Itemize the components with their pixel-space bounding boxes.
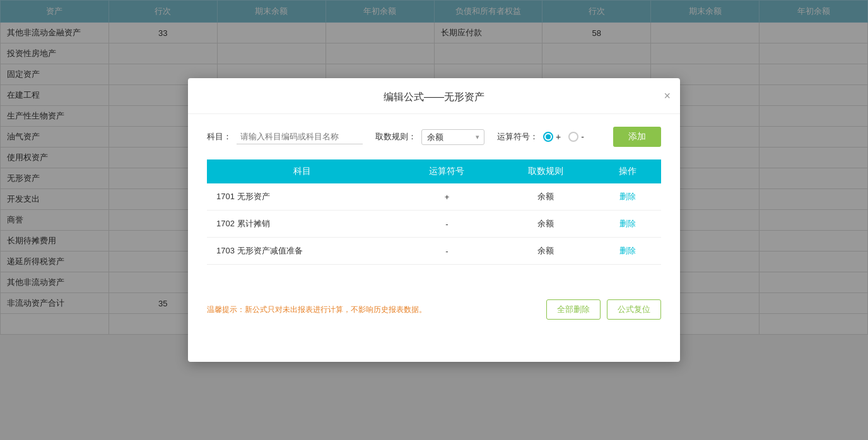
subject-group: 科目： <box>207 129 363 144</box>
table-row: 1703 无形资产减值准备-余额删除 <box>207 238 661 265</box>
row-subject: 1702 累计摊销 <box>207 211 397 238</box>
table-row: 1702 累计摊销-余额删除 <box>207 211 661 238</box>
row-rule: 余额 <box>496 211 595 238</box>
radio-minus-label: - <box>581 132 584 142</box>
rule-group: 取数规则： 余额 借方 贷方 借方发生额 贷方发生额 <box>375 129 484 145</box>
row-operator: - <box>397 211 496 238</box>
table-header-rule: 取数规则 <box>496 159 595 183</box>
rule-select-wrapper: 余额 借方 贷方 借方发生额 贷方发生额 <box>421 129 484 145</box>
delete-row-button[interactable]: 删除 <box>619 191 636 202</box>
row-subject: 1703 无形资产减值准备 <box>207 238 397 265</box>
form-row: 科目： 取数规则： 余额 借方 贷方 借方发生额 贷方发生额 <box>207 127 661 147</box>
row-rule: 余额 <box>496 183 595 211</box>
delete-row-button[interactable]: 删除 <box>619 245 636 257</box>
table-row: 1701 无形资产+余额删除 <box>207 183 661 211</box>
row-subject: 1701 无形资产 <box>207 183 397 211</box>
modal-header: 编辑公式——无形资产 × <box>188 78 680 114</box>
delete-all-button[interactable]: 全部删除 <box>546 299 601 320</box>
table-header-action: 操作 <box>595 159 661 183</box>
reset-button[interactable]: 公式复位 <box>607 299 661 320</box>
row-action: 删除 <box>595 211 661 238</box>
row-action: 删除 <box>595 238 661 265</box>
formula-table: 科目 运算符号 取数规则 操作 1701 无形资产+余额删除1702 累计摊销-… <box>207 159 661 265</box>
add-button[interactable]: 添加 <box>613 127 661 147</box>
radio-group: + - <box>543 132 584 142</box>
operator-label: 运算符号： <box>497 131 538 142</box>
operator-group: 运算符号： + - <box>497 131 584 142</box>
radio-plus-circle <box>543 132 553 142</box>
footer-buttons: 全部删除 公式复位 <box>546 299 661 320</box>
delete-row-button[interactable]: 删除 <box>619 218 636 229</box>
modal-footer: 温馨提示：新公式只对未出报表进行计算，不影响历史报表数据。 全部删除 公式复位 <box>188 290 680 332</box>
modal-close-button[interactable]: × <box>664 90 671 101</box>
table-header-subject: 科目 <box>207 159 397 183</box>
radio-minus-circle <box>568 132 578 142</box>
table-header-operator: 运算符号 <box>397 159 496 183</box>
radio-plus-label: + <box>556 132 561 142</box>
row-operator: - <box>397 238 496 265</box>
rule-label: 取数规则： <box>375 131 416 142</box>
row-rule: 余额 <box>496 238 595 265</box>
modal-title: 编辑公式——无形资产 <box>384 91 484 102</box>
footer-tip: 温馨提示：新公式只对未出报表进行计算，不影响历史报表数据。 <box>207 304 426 315</box>
radio-plus[interactable]: + <box>543 132 561 142</box>
modal-dialog: 编辑公式——无形资产 × 科目： 取数规则： 余额 借方 贷方 <box>188 78 680 362</box>
row-action: 删除 <box>595 183 661 211</box>
row-operator: + <box>397 183 496 211</box>
radio-minus[interactable]: - <box>568 132 584 142</box>
subject-label: 科目： <box>207 131 232 142</box>
modal-overlay: 编辑公式——无形资产 × 科目： 取数规则： 余额 借方 贷方 <box>0 0 868 440</box>
rule-select[interactable]: 余额 借方 贷方 借方发生额 贷方发生额 <box>421 129 484 145</box>
modal-body: 科目： 取数规则： 余额 借方 贷方 借方发生额 贷方发生额 <box>188 114 680 290</box>
subject-input[interactable] <box>237 129 363 144</box>
